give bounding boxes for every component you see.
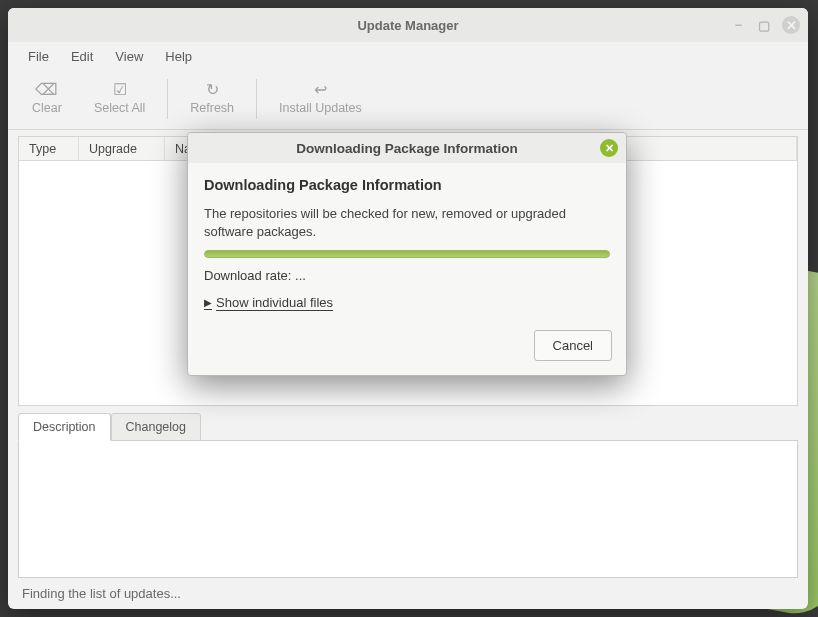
show-individual-files-expander[interactable]: ▶ Show individual files <box>204 295 333 310</box>
clear-button[interactable]: ⌫ Clear <box>16 80 78 117</box>
menubar: File Edit View Help <box>8 42 808 70</box>
downloading-dialog: Downloading Package Information ✕ Downlo… <box>187 132 627 376</box>
detail-panel <box>18 440 798 578</box>
column-upgrade[interactable]: Upgrade <box>79 137 165 160</box>
select-all-button[interactable]: ☑ Select All <box>78 80 161 117</box>
menu-edit[interactable]: Edit <box>61 45 103 68</box>
refresh-label: Refresh <box>190 101 234 115</box>
window-titlebar: Update Manager － ▢ ✕ <box>8 8 808 42</box>
expander-label: Show individual files <box>216 295 333 310</box>
install-label: Install Updates <box>279 101 362 115</box>
progress-bar <box>204 250 610 258</box>
status-bar: Finding the list of updates... <box>8 578 808 609</box>
refresh-icon: ↻ <box>206 82 219 98</box>
install-icon: ↩ <box>314 82 327 98</box>
download-rate: Download rate: ... <box>204 268 610 283</box>
dialog-heading: Downloading Package Information <box>204 177 610 193</box>
install-updates-button[interactable]: ↩ Install Updates <box>263 80 378 117</box>
detail-tabs: Description Changelog <box>18 412 798 440</box>
clear-label: Clear <box>32 101 62 115</box>
tab-description[interactable]: Description <box>18 413 111 441</box>
window-controls: － ▢ ✕ <box>730 8 800 42</box>
dialog-buttons: Cancel <box>188 320 626 375</box>
tab-changelog[interactable]: Changelog <box>111 413 201 441</box>
window-title: Update Manager <box>357 18 458 33</box>
maximize-button[interactable]: ▢ <box>756 17 772 33</box>
dialog-close-button[interactable]: ✕ <box>600 139 618 157</box>
close-button[interactable]: ✕ <box>782 16 800 34</box>
toolbar: ⌫ Clear ☑ Select All ↻ Refresh ↩ Install… <box>8 70 808 130</box>
minimize-button[interactable]: － <box>730 17 746 33</box>
dialog-body: Downloading Package Information The repo… <box>188 163 626 320</box>
close-icon: ✕ <box>605 142 614 155</box>
expander-arrow-icon: ▶ <box>204 297 212 308</box>
refresh-button[interactable]: ↻ Refresh <box>174 80 250 117</box>
cancel-button[interactable]: Cancel <box>534 330 612 361</box>
toolbar-separator <box>256 79 257 119</box>
menu-file[interactable]: File <box>18 45 59 68</box>
menu-view[interactable]: View <box>105 45 153 68</box>
select-all-icon: ☑ <box>113 82 127 98</box>
column-type[interactable]: Type <box>19 137 79 160</box>
toolbar-separator <box>167 79 168 119</box>
clear-icon: ⌫ <box>35 82 58 98</box>
dialog-titlebar: Downloading Package Information ✕ <box>188 133 626 163</box>
dialog-description: The repositories will be checked for new… <box>204 205 610 240</box>
select-all-label: Select All <box>94 101 145 115</box>
status-text: Finding the list of updates... <box>22 586 181 601</box>
dialog-title: Downloading Package Information <box>296 141 517 156</box>
menu-help[interactable]: Help <box>155 45 202 68</box>
